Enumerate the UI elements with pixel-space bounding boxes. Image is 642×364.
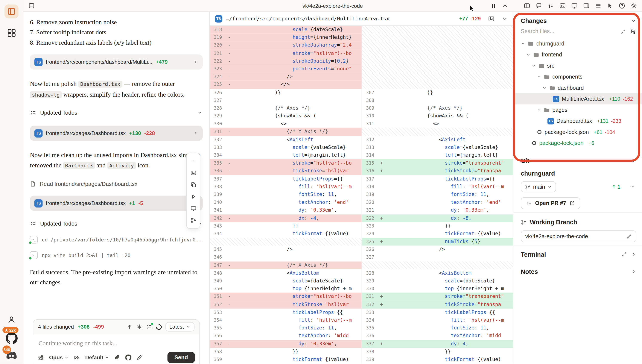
line-number[interactable]: 321 — [362, 206, 377, 214]
line-number[interactable]: 356 — [210, 332, 225, 340]
line-number[interactable]: 338 — [362, 348, 377, 356]
more-options-icon[interactable] — [629, 184, 635, 190]
line-number[interactable]: 328 — [210, 104, 225, 112]
sparkle-icon[interactable] — [136, 324, 142, 330]
app-logo-icon[interactable] — [5, 4, 19, 18]
git-compare-icon[interactable] — [187, 214, 199, 226]
line-number[interactable]: 323 — [210, 65, 225, 73]
help-icon[interactable] — [618, 2, 625, 9]
line-number[interactable]: 344 — [210, 230, 225, 238]
line-number[interactable]: 308 — [362, 96, 377, 104]
mode-select[interactable]: Default — [85, 354, 110, 360]
todo-list-icon[interactable] — [146, 324, 152, 330]
file-tree-icon[interactable] — [630, 28, 636, 34]
workspaces-grid-icon[interactable] — [5, 26, 18, 39]
line-number[interactable]: 334 — [210, 152, 225, 160]
line-number[interactable]: 359 — [210, 356, 225, 364]
line-number[interactable]: 309 — [362, 104, 377, 112]
line-number[interactable]: 354 — [210, 316, 225, 324]
line-number[interactable]: 334 — [362, 316, 377, 324]
line-number[interactable]: 314 — [362, 152, 377, 160]
account-icon[interactable] — [5, 314, 18, 326]
screenshot-icon[interactable] — [187, 167, 199, 179]
line-number[interactable]: 322 — [210, 57, 225, 65]
terminal-icon[interactable] — [559, 2, 566, 9]
line-number[interactable]: 342 — [210, 214, 225, 222]
pointer-share-icon[interactable] — [607, 2, 613, 9]
line-number[interactable]: 316 — [362, 167, 377, 175]
line-number[interactable]: 311 — [362, 120, 377, 128]
attach-icon[interactable] — [115, 354, 121, 360]
line-number[interactable]: 313 — [362, 144, 377, 152]
line-number[interactable]: 331 — [362, 293, 377, 301]
tree-folder-components[interactable]: components — [513, 71, 642, 82]
line-number[interactable]: 325 — [210, 81, 225, 89]
line-number[interactable]: 318 — [210, 26, 225, 34]
tree-file-package-lock.json[interactable]: package-lock.json+6 — [513, 138, 642, 148]
sliders-icon[interactable] — [38, 354, 44, 361]
branch-select[interactable]: main — [521, 181, 556, 192]
arrow-up-icon[interactable] — [126, 324, 133, 330]
copy-icon[interactable] — [187, 179, 199, 190]
line-number[interactable]: 337 — [362, 340, 377, 348]
line-number[interactable]: 338 — [210, 183, 225, 191]
settings-gear-icon[interactable] — [630, 2, 637, 9]
line-number[interactable]: 325 — [362, 238, 377, 246]
working-branch-field[interactable]: vk/4e2a-explore-the-code — [521, 230, 636, 242]
line-number[interactable]: 333 — [210, 144, 225, 152]
more-options-icon[interactable] — [187, 155, 199, 167]
tree-folder-pages[interactable]: pages — [513, 104, 642, 115]
chevron-down-icon[interactable] — [502, 16, 508, 22]
line-number[interactable]: 352 — [210, 301, 225, 309]
discord-link[interactable]: 346 — [6, 351, 17, 360]
monitor-icon[interactable] — [571, 2, 578, 9]
projects-icon[interactable] — [28, 2, 35, 9]
model-select[interactable]: Opus — [49, 354, 69, 360]
line-number[interactable]: 328 — [362, 269, 377, 277]
line-number[interactable]: 327 — [362, 254, 377, 262]
line-number[interactable]: 322 — [362, 214, 377, 222]
line-number[interactable]: 335 — [362, 324, 377, 332]
line-number[interactable]: 331 — [210, 128, 225, 136]
terminal-command-row[interactable]: >_ npx vite build 2>&1 | tail -20 — [30, 250, 203, 260]
line-number[interactable]: 317 — [362, 175, 377, 183]
chat-bubble-icon[interactable] — [535, 2, 542, 9]
line-number[interactable]: 329 — [362, 277, 377, 285]
terminal-command-row[interactable]: >_ cd /private/var/folders/10/h7w0q46556… — [30, 234, 203, 245]
line-number[interactable]: 323 — [362, 222, 377, 230]
line-number[interactable]: 339 — [362, 356, 377, 364]
line-number[interactable]: 327 — [210, 96, 225, 104]
version-select[interactable]: Latest — [165, 322, 195, 332]
tree-folder-src[interactable]: src — [513, 60, 642, 71]
file-change-chip[interactable]: TS frontend/src/pages/Dashboard.tsx +130… — [30, 126, 203, 141]
line-number[interactable]: 341 — [210, 206, 225, 214]
tree-folder-dashboard[interactable]: dashboard — [513, 82, 642, 93]
line-number[interactable]: 320 — [362, 198, 377, 206]
chat-input[interactable] — [39, 340, 194, 347]
line-number[interactable]: 355 — [210, 324, 225, 332]
layout-panel-icon[interactable] — [524, 2, 530, 9]
edit-pencil-icon[interactable] — [626, 234, 632, 239]
send-button[interactable]: Send — [168, 352, 195, 363]
line-number[interactable]: 357 — [210, 340, 225, 348]
line-number[interactable]: 337 — [210, 175, 225, 183]
line-number[interactable]: 336 — [210, 167, 225, 175]
chevron-right-icon[interactable] — [631, 252, 636, 257]
line-number[interactable]: 307 — [362, 89, 377, 96]
line-number[interactable]: 336 — [362, 332, 377, 340]
line-number[interactable]: 321 — [210, 49, 225, 57]
tree-folder-churnguard[interactable]: churnguard — [513, 38, 642, 49]
line-number[interactable]: 349 — [210, 277, 225, 285]
read-file-row[interactable]: Read frontend/src/pages/Dashboard.tsx — [30, 179, 203, 189]
updated-todos-row[interactable]: Updated Todos — [30, 218, 203, 230]
updated-todos-row[interactable]: Updated Todos — [30, 106, 203, 119]
line-number[interactable]: 310 — [362, 112, 377, 120]
line-number[interactable]: 332 — [362, 301, 377, 309]
line-number[interactable]: 319 — [362, 190, 377, 198]
line-number[interactable]: 320 — [210, 42, 225, 49]
file-change-chip[interactable]: TS frontend/src/pages/Dashboard.tsx +1 -… — [30, 196, 203, 211]
line-number[interactable]: 330 — [210, 120, 225, 128]
tree-file-package-lock.json[interactable]: package-lock.json+61-104 — [513, 126, 642, 137]
line-number[interactable]: 339 — [210, 190, 225, 198]
expand-icon[interactable] — [621, 252, 627, 257]
